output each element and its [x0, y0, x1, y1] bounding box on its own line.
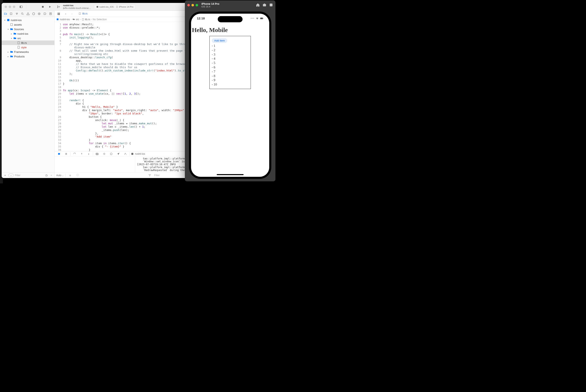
test-navigator-tab[interactable] — [31, 11, 36, 16]
xcproj-icon — [56, 18, 59, 21]
tree-item-frameworks[interactable]: ▸Frameworks — [2, 50, 54, 54]
svg-rect-28 — [66, 153, 67, 154]
line-gutter: 1234567891011121314151617181920212223242… — [55, 22, 63, 151]
svg-point-12 — [21, 13, 23, 14]
scheme-name[interactable]: rustnl-ios — [63, 4, 91, 6]
scheme-selector[interactable]: rustnl-ios_iOS › iPhone 14 Pro — [94, 4, 136, 9]
step-out-button[interactable] — [86, 151, 92, 157]
sim-device-name: iPhone 14 Pro — [201, 2, 219, 5]
breakpoint-navigator-tab[interactable] — [42, 11, 48, 16]
app-list-box: Add item - 1- 2- 3- 4- 5- 6- 7- 8- 9- 10 — [209, 36, 251, 89]
tree-item-style[interactable]: style — [2, 45, 54, 50]
svg-rect-25 — [57, 18, 59, 20]
tree-item-assets[interactable]: assets — [2, 22, 54, 27]
sim-maximize-button[interactable] — [196, 4, 198, 6]
sim-minimize-button[interactable] — [191, 4, 194, 6]
filter-scope-button[interactable]: ⌄ — [8, 174, 14, 177]
home-button[interactable] — [256, 3, 260, 8]
tree-item-sources[interactable]: ▾Sources — [2, 27, 54, 32]
iphone-screen[interactable]: 12:18 •••• Hello, Mobile Add item - 1- 2… — [191, 14, 269, 177]
nav-back-button[interactable]: ‹ — [63, 11, 69, 17]
branch-icon — [56, 4, 61, 10]
clock-filter-icon[interactable]: ◷ — [45, 172, 48, 178]
svg-point-9 — [16, 13, 17, 14]
debug-navigator-tab[interactable] — [37, 11, 42, 16]
find-navigator-tab[interactable] — [20, 11, 25, 16]
pop-out-button[interactable] — [269, 3, 273, 8]
svg-point-10 — [17, 13, 18, 14]
add-item-button[interactable]: Add item — [212, 38, 227, 43]
tree-item-lib-rs[interactable]: lib.rs — [2, 40, 54, 45]
tree-item-rustnl-ios[interactable]: ▸rustnl-ios — [2, 32, 54, 36]
svg-rect-42 — [263, 18, 263, 18]
svg-rect-1 — [20, 6, 21, 8]
tree-item-src[interactable]: ▾src — [2, 36, 54, 40]
screenshot-button[interactable] — [263, 3, 266, 8]
tab-label: lib.rs — [82, 12, 88, 15]
view-debugger-button[interactable] — [94, 151, 100, 157]
report-navigator-tab[interactable] — [48, 11, 53, 16]
list-item: - 4 — [212, 56, 248, 61]
filter-icon — [147, 172, 153, 178]
run-button[interactable] — [47, 4, 53, 10]
env-override-button[interactable] — [108, 151, 114, 157]
project-navigator: ▾rustnl-iosassets▾Sources▸rustnl-ios▾src… — [2, 11, 55, 178]
maximize-window-button[interactable] — [13, 6, 15, 8]
editor-tab[interactable]: lib.rs — [76, 12, 90, 16]
pause-button[interactable] — [63, 151, 69, 157]
svg-rect-6 — [97, 6, 98, 8]
nav-forward-button[interactable]: › — [69, 11, 75, 17]
issue-navigator-tab[interactable] — [26, 11, 31, 16]
status-icons: •••• — [251, 16, 263, 20]
toggle-breakpoints-button[interactable] — [56, 151, 62, 157]
step-over-button[interactable] — [72, 151, 78, 157]
recent-filter-icon[interactable]: ▫ — [50, 172, 53, 178]
jump-project: rustnl-ios — [60, 18, 70, 21]
svg-rect-22 — [58, 14, 59, 15]
project-navigator-tab[interactable] — [3, 11, 8, 16]
stop-button[interactable] — [40, 4, 46, 10]
add-button[interactable]: ＋ — [3, 173, 7, 178]
list-item: - 2 — [212, 48, 248, 52]
file-icon — [79, 12, 81, 15]
list-item: - 9 — [212, 78, 248, 82]
svg-rect-24 — [79, 12, 81, 14]
minimize-window-button[interactable] — [9, 6, 11, 8]
app-title: Hello, Mobile — [192, 26, 269, 34]
related-items-button[interactable] — [56, 11, 62, 17]
variables-view[interactable] — [55, 156, 135, 172]
source-control-navigator-tab[interactable] — [9, 11, 14, 16]
home-indicator[interactable] — [217, 174, 243, 175]
symbol-navigator-tab[interactable] — [14, 11, 19, 16]
jump-selection: No Selection — [93, 18, 107, 21]
list-item: - 8 — [212, 74, 248, 78]
iphone-frame: 12:18 •••• Hello, Mobile Add item - 1- 2… — [189, 12, 271, 179]
svg-rect-27 — [66, 153, 66, 154]
svg-rect-21 — [59, 12, 60, 14]
quicklook-button[interactable]: ◉ — [67, 172, 73, 178]
navigator-filter-input[interactable]: Filter — [15, 174, 43, 177]
location-button[interactable] — [115, 151, 121, 157]
project-root[interactable]: ▾rustnl-ios — [2, 18, 54, 22]
svg-rect-39 — [270, 4, 272, 6]
step-into-button[interactable] — [79, 151, 85, 157]
file-icon — [82, 18, 84, 21]
debug-more-button[interactable] — [122, 151, 128, 157]
sim-close-button[interactable] — [187, 4, 190, 6]
debug-target-label: rustnl-ios — [135, 152, 145, 155]
svg-point-38 — [264, 4, 265, 6]
memory-graph-button[interactable] — [101, 151, 107, 157]
sim-traffic-lights — [187, 4, 198, 6]
console-filter-input[interactable]: Filter — [154, 174, 183, 177]
variables-scope-selector[interactable]: Auto ⌄ — [56, 174, 64, 177]
svg-rect-2 — [42, 6, 44, 8]
tree-item-products[interactable]: ▸Products — [2, 54, 54, 59]
list-item: - 1 — [212, 44, 248, 48]
svg-rect-19 — [18, 46, 20, 48]
toggle-navigator-button[interactable] — [18, 4, 24, 10]
close-window-button[interactable] — [5, 6, 7, 8]
app-content: Hello, Mobile Add item - 1- 2- 3- 4- 5- … — [191, 26, 269, 177]
list-item: - 6 — [212, 65, 248, 70]
info-button[interactable]: ⓘ — [75, 172, 80, 178]
svg-rect-7 — [117, 6, 118, 8]
